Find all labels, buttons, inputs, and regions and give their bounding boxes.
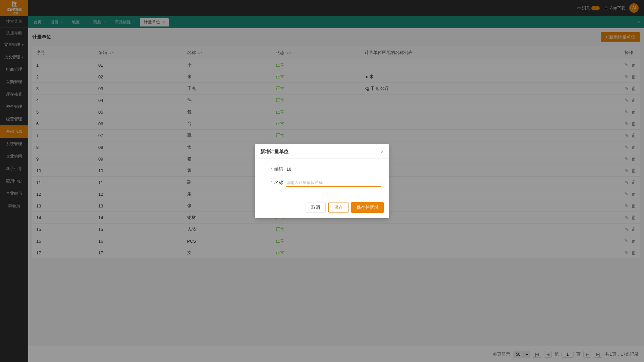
modal-title: 新增计量单位 — [260, 149, 288, 155]
save-and-new-button[interactable]: 保存并新增 — [351, 202, 384, 213]
name-input[interactable] — [286, 179, 381, 187]
save-button[interactable]: 保存 — [328, 202, 348, 213]
modal-overlay: 新增计量单位 × * 编码 * 名称 取消 保存 保存并新增 — [0, 0, 644, 362]
cancel-button[interactable]: 取消 — [306, 202, 326, 213]
add-unit-modal: 新增计量单位 × * 编码 * 名称 取消 保存 保存并新增 — [255, 144, 389, 218]
modal-close-button[interactable]: × — [381, 149, 384, 155]
name-label: * 名称 — [263, 180, 283, 186]
code-input[interactable] — [286, 165, 381, 173]
code-label: * 编码 — [263, 166, 283, 172]
modal-footer: 取消 保存 保存并新增 — [255, 199, 389, 218]
modal-header: 新增计量单位 × — [255, 144, 389, 159]
name-field-row: * 名称 — [263, 179, 381, 187]
code-field-row: * 编码 — [263, 165, 381, 173]
modal-body: * 编码 * 名称 — [255, 159, 389, 199]
